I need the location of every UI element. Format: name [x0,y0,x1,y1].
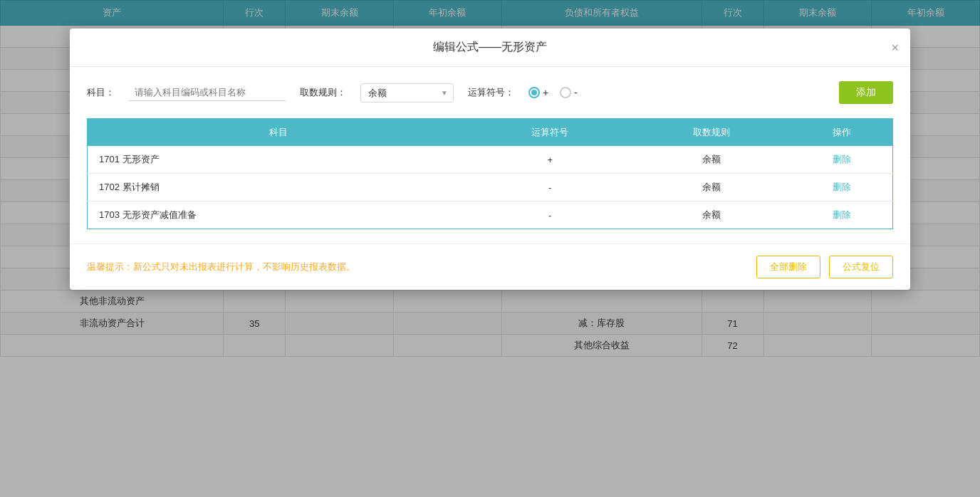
row3-subject: 1703 无形资产减值准备 [88,202,469,229]
th-rule: 取数规则 [630,119,792,147]
table-header-row: 科目 运算符号 取数规则 操作 [88,119,893,147]
modal-body: 科目： 取数规则： 余额 借方发生额 贷方发生额 借方累计发生额 贷方累计发生额… [70,67,910,244]
row2-action: 删除 [792,174,893,202]
operator-radio-group: + - [528,87,578,98]
footer-buttons: 全部删除 公式复位 [756,256,893,278]
modal-footer: 温馨提示：新公式只对未出报表进行计算，不影响历史报表数据。 全部删除 公式复位 [70,244,910,290]
row2-operator: - [469,174,631,202]
modal-close-button[interactable]: × [891,41,899,54]
th-subject: 科目 [88,119,469,147]
table-row: 1702 累计摊销 - 余额 删除 [88,174,893,202]
row3-rule: 余额 [630,202,792,229]
row2-subject: 1702 累计摊销 [88,174,469,202]
footer-tip: 温馨提示：新公式只对未出报表进行计算，不影响历史报表数据。 [87,261,355,273]
radio-minus[interactable]: - [560,87,578,98]
radio-minus-label: - [574,87,578,98]
row1-operator: + [469,146,631,174]
subject-input[interactable] [129,84,286,101]
delete-all-button[interactable]: 全部删除 [756,256,820,278]
rule-select-wrapper: 余额 借方发生额 贷方发生额 借方累计发生额 贷方累计发生额 ▼ [360,83,454,103]
row3-action: 删除 [792,202,893,229]
th-operator: 运算符号 [469,119,631,147]
rule-label: 取数规则： [300,86,346,99]
modal-overlay: 编辑公式——无形资产 × 科目： 取数规则： 余额 借方发生额 贷方发生额 借方… [0,0,980,497]
modal-title: 编辑公式——无形资产 [433,40,547,55]
row2-rule: 余额 [630,174,792,202]
row1-action: 删除 [792,146,893,174]
modal-container: 编辑公式——无形资产 × 科目： 取数规则： 余额 借方发生额 贷方发生额 借方… [70,28,910,290]
reset-formula-button[interactable]: 公式复位 [829,256,893,278]
form-row: 科目： 取数规则： 余额 借方发生额 贷方发生额 借方累计发生额 贷方累计发生额… [87,81,893,104]
radio-plus-label: + [543,87,548,98]
delete-button-row2[interactable]: 删除 [833,182,851,192]
radio-plus-circle [528,87,540,98]
rule-select[interactable]: 余额 借方发生额 贷方发生额 借方累计发生额 贷方累计发生额 [360,83,454,103]
row1-rule: 余额 [630,146,792,174]
modal-header: 编辑公式——无形资产 × [70,28,910,67]
row3-operator: - [469,202,631,229]
delete-button-row3[interactable]: 删除 [833,209,851,220]
formula-table: 科目 运算符号 取数规则 操作 1701 无形资产 + 余额 删除 [87,118,893,229]
add-button[interactable]: 添加 [839,81,893,104]
delete-button-row1[interactable]: 删除 [833,154,851,164]
operator-label: 运算符号： [468,86,514,99]
th-action: 操作 [792,119,893,147]
row1-subject: 1701 无形资产 [88,146,469,174]
table-row: 1703 无形资产减值准备 - 余额 删除 [88,202,893,229]
subject-label: 科目： [87,86,115,99]
radio-minus-circle [560,87,571,98]
radio-plus[interactable]: + [528,87,548,98]
table-row: 1701 无形资产 + 余额 删除 [88,146,893,174]
